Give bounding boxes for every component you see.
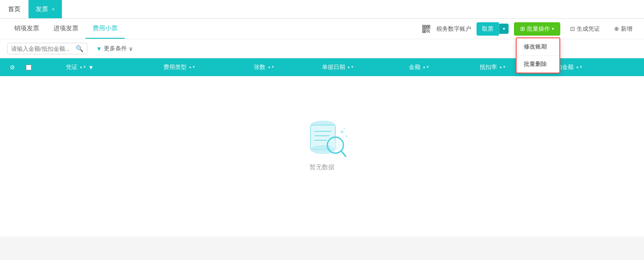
- generate-voucher-btn[interactable]: ⊡ 生成凭证: [566, 22, 604, 36]
- sub-nav-left: 销项发票 进项发票 费用小票: [7, 19, 125, 39]
- th-voucher-filter-icon[interactable]: ▼: [88, 64, 94, 71]
- sub-nav-right: 税务数字账户 取票 ▾ ⊞ 批量操作 ▾ 修改账期 批量删除 ⊡ 生成凭证: [421, 22, 637, 36]
- svg-point-24: [346, 135, 347, 137]
- nav-home[interactable]: 首页: [0, 0, 29, 18]
- filter-label: 更多条件: [104, 45, 127, 53]
- batch-op-dropdown: ⊞ 批量操作 ▾ 修改账期 批量删除: [514, 22, 560, 36]
- menu-item-batch-delete[interactable]: 批量删除: [517, 55, 559, 73]
- take-ticket-arrow-btn[interactable]: ▾: [499, 24, 509, 34]
- th-count-sort-icon: ▲▼: [267, 65, 274, 69]
- svg-point-21: [330, 140, 341, 150]
- th-amount[interactable]: 金额 ▲▼: [382, 63, 456, 71]
- empty-state: 暂无数据: [0, 76, 644, 189]
- svg-rect-10: [428, 30, 428, 31]
- batch-op-chevron: ▾: [552, 26, 554, 31]
- filter-chevron: ∨: [129, 45, 133, 52]
- sub-nav: 销项发票 进项发票 费用小票 税务数字账户 取票 ▾: [0, 19, 644, 39]
- nav-tab-label: 发票: [36, 5, 48, 13]
- empty-text: 暂无数据: [310, 163, 334, 171]
- empty-illustration: [300, 112, 344, 156]
- generate-voucher-label: 生成凭证: [577, 25, 600, 33]
- add-icon: ⊕: [614, 25, 619, 32]
- qr-icon[interactable]: [421, 24, 431, 34]
- svg-rect-13: [429, 32, 430, 32]
- batch-op-btn[interactable]: ⊞ 批量操作 ▾: [514, 22, 560, 36]
- th-voucher[interactable]: 凭证 ▲▼ ▼: [36, 63, 124, 71]
- batch-op-menu: 修改账期 批量删除: [516, 37, 560, 73]
- svg-rect-8: [427, 31, 428, 32]
- svg-rect-9: [428, 31, 429, 32]
- svg-rect-3: [428, 26, 429, 28]
- search-box: 🔍: [7, 43, 87, 54]
- svg-rect-5: [424, 30, 425, 32]
- nav-active-tab[interactable]: 发票 ×: [29, 0, 62, 18]
- search-icon: 🔍: [76, 45, 83, 52]
- tab-sales-invoice[interactable]: 销项发票: [7, 19, 46, 39]
- th-amount-sort-icon: ▲▼: [422, 65, 429, 69]
- tax-digital-btn[interactable]: 税务数字账户: [436, 25, 471, 33]
- th-date-label: 单据日期: [322, 63, 345, 71]
- tab-expense-receipt[interactable]: 费用小票: [86, 19, 125, 39]
- take-ticket-btn-group: 取票 ▾: [477, 22, 509, 36]
- th-amount-label: 金额: [409, 63, 420, 71]
- svg-rect-7: [428, 29, 429, 30]
- th-count-label: 张数: [254, 63, 265, 71]
- th-voucher-label: 凭证: [66, 63, 77, 71]
- th-date[interactable]: 单据日期 ▲▼: [294, 63, 383, 71]
- tax-digital-label: 税务数字账户: [436, 25, 471, 33]
- th-settings[interactable]: ⚙: [4, 64, 21, 71]
- th-count[interactable]: 张数 ▲▼: [235, 63, 293, 71]
- svg-rect-1: [424, 26, 425, 28]
- svg-line-22: [341, 151, 346, 156]
- search-input[interactable]: [11, 45, 73, 52]
- th-deduct-sort-icon: ▲▼: [575, 65, 583, 69]
- select-all-checkbox[interactable]: [26, 65, 32, 70]
- th-expense-type-label: 费用类型: [163, 63, 187, 71]
- svg-rect-12: [428, 32, 428, 32]
- svg-rect-6: [427, 29, 428, 30]
- th-rate-sort-icon: ▲▼: [499, 65, 506, 69]
- filter-icon: ▼: [96, 45, 102, 52]
- generate-voucher-icon: ⊡: [570, 25, 575, 32]
- th-date-sort-icon: ▲▼: [347, 65, 354, 69]
- batch-op-label: 批量操作: [527, 25, 550, 33]
- tab-input-invoice[interactable]: 进项发票: [46, 19, 86, 39]
- settings-icon: ⚙: [10, 64, 15, 71]
- add-new-btn[interactable]: ⊕ 新增: [610, 22, 637, 36]
- take-ticket-main-btn[interactable]: 取票: [477, 22, 499, 36]
- top-nav: 首页 发票 ×: [0, 0, 644, 19]
- filter-btn[interactable]: ▼ 更多条件 ∨: [93, 43, 137, 54]
- svg-point-25: [344, 128, 345, 130]
- add-new-label: 新增: [621, 25, 632, 33]
- th-checkbox[interactable]: [21, 65, 36, 70]
- th-voucher-sort-icon: ▲▼: [79, 65, 86, 69]
- svg-rect-11: [429, 30, 430, 31]
- th-rate-label: 抵扣率: [480, 63, 497, 71]
- menu-item-modify-period[interactable]: 修改账期: [517, 38, 559, 55]
- nav-tab-close[interactable]: ×: [52, 6, 55, 12]
- th-expense-type[interactable]: 费用类型 ▲▼: [124, 63, 235, 71]
- th-expense-sort-icon: ▲▼: [188, 65, 196, 69]
- content-area: ⚙ 凭证 ▲▼ ▼ 费用类型 ▲▼ 张数 ▲▼ 单据日期 ▲▼ 金额 ▲▼ 抵扣…: [0, 58, 644, 236]
- svg-point-23: [341, 130, 343, 133]
